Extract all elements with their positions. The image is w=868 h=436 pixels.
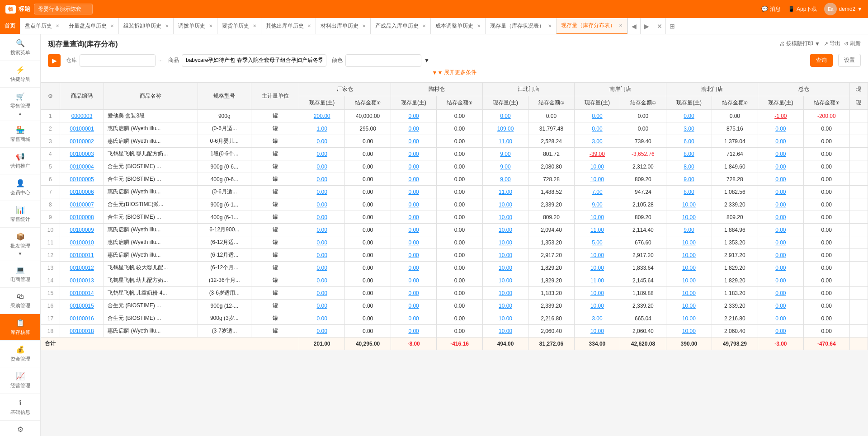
row-factory-qty[interactable]: 0.00 (299, 186, 345, 198)
row-nanan-qty[interactable]: -39.00 (575, 148, 620, 160)
tab-close-icon[interactable]: ✕ (548, 23, 552, 28)
row-factory-qty[interactable]: 0.00 (299, 312, 345, 325)
row-yubei-qty[interactable]: 8.00 (666, 160, 712, 173)
row-jiangbei-qty[interactable]: 11.00 (483, 135, 528, 148)
expand-conditions-btn[interactable]: ▼▼ 展开更多条件 (432, 69, 477, 76)
tab-portion-check[interactable]: 分量盘点单历史 ✕ (64, 18, 119, 34)
row-taocun-qty[interactable]: 0.00 (391, 325, 437, 338)
row-yubei-qty[interactable]: 6.00 (666, 135, 712, 148)
row-yubei-qty[interactable]: 9.00 (666, 173, 712, 186)
sidebar-item-member[interactable]: 👤 会员中心 (0, 174, 40, 201)
row-total-qty[interactable]: 0.00 (758, 198, 803, 211)
row-code[interactable]: 00100009 (60, 224, 104, 236)
row-factory-qty[interactable]: 0.00 (299, 262, 345, 274)
row-nanan-qty[interactable]: 11.00 (575, 274, 620, 287)
row-nanan-qty[interactable]: 3.00 (575, 135, 620, 148)
sidebar-item-marketing[interactable]: 📢 营销推广 (0, 148, 40, 174)
row-taocun-qty[interactable]: 0.00 (391, 224, 437, 236)
row-taocun-qty[interactable]: 0.00 (391, 262, 437, 274)
row-code[interactable]: 00100011 (60, 249, 104, 262)
row-taocun-qty[interactable]: 0.00 (391, 160, 437, 173)
sidebar-item-retail-stats[interactable]: 📊 零售统计 (0, 201, 40, 228)
store-selector[interactable]: 母婴行业演示陈套 (34, 4, 93, 14)
tab-close-icon[interactable]: ✕ (619, 23, 623, 28)
row-code[interactable]: 00100018 (60, 325, 104, 338)
row-factory-qty[interactable]: 0.00 (299, 300, 345, 312)
sidebar-item-ecommerce[interactable]: 💻 电商管理 (0, 261, 40, 288)
row-total-qty[interactable]: 0.00 (758, 325, 803, 338)
tab-stock-status[interactable]: 现存量（库存状况表） ✕ (486, 18, 557, 34)
row-total-qty[interactable]: 0.00 (758, 287, 803, 300)
tab-next-btn[interactable]: ▶ (640, 18, 653, 34)
sidebar-item-system[interactable]: ⚙ 系统管理 (0, 421, 40, 436)
row-yubei-qty[interactable]: 8.00 (666, 148, 712, 160)
row-jiangbei-qty[interactable]: 10.00 (483, 312, 528, 325)
row-jiangbei-qty[interactable]: 0.00 (483, 110, 528, 122)
sidebar-item-inventory[interactable]: 📋 库存核算 (0, 314, 40, 341)
row-code[interactable]: 00100015 (60, 300, 104, 312)
tab-expand-btn[interactable]: ⊞ (665, 18, 678, 34)
row-total-qty[interactable]: 0.00 (758, 211, 803, 224)
tab-close-icon[interactable]: ✕ (165, 23, 169, 28)
row-jiangbei-qty[interactable]: 9.00 (483, 148, 528, 160)
row-nanan-qty[interactable]: 10.00 (575, 249, 620, 262)
sidebar-item-purchase[interactable]: 🛍 采购管理 (0, 288, 40, 314)
query-btn[interactable]: 查询 (810, 54, 833, 67)
row-total-qty[interactable]: 0.00 (758, 312, 803, 325)
row-jiangbei-qty[interactable]: 10.00 (483, 249, 528, 262)
row-nanan-qty[interactable]: 0.00 (575, 122, 620, 135)
row-jiangbei-qty[interactable]: 11.00 (483, 186, 528, 198)
row-total-qty[interactable]: 0.00 (758, 186, 803, 198)
row-code[interactable]: 00100012 (60, 262, 104, 274)
row-code[interactable]: 00100008 (60, 211, 104, 224)
sidebar-item-retail[interactable]: 🛒 零售管理 ▲ (0, 88, 40, 121)
row-taocun-qty[interactable]: 0.00 (391, 110, 437, 122)
row-yubei-qty[interactable]: 10.00 (666, 198, 712, 211)
row-code[interactable]: 00100006 (60, 186, 104, 198)
row-jiangbei-qty[interactable]: 109.00 (483, 122, 528, 135)
row-factory-qty[interactable]: 0.00 (299, 236, 345, 249)
row-code[interactable]: 0000003 (60, 110, 104, 122)
export-btn[interactable]: ↗ 导出 (824, 40, 840, 47)
row-nanan-qty[interactable]: 7.00 (575, 186, 620, 198)
row-jiangbei-qty[interactable]: 9.00 (483, 160, 528, 173)
sidebar-item-finance[interactable]: 💰 资金管理 (0, 341, 40, 367)
settings-btn[interactable]: 设置 (838, 54, 861, 67)
row-nanan-qty[interactable]: 11.00 (575, 224, 620, 236)
col-settings[interactable]: ⚙ (41, 83, 60, 110)
row-factory-qty[interactable]: 0.00 (299, 135, 345, 148)
row-factory-qty[interactable]: 0.00 (299, 173, 345, 186)
row-yubei-qty[interactable]: 10.00 (666, 211, 712, 224)
color-dropdown-icon[interactable]: ▼ (424, 57, 429, 64)
table-scroll[interactable]: ⚙ 商品编码 商品名称 规格型号 主计量单位 厂家仓 陶村仓 江北门店 南岸门店… (41, 82, 868, 436)
row-factory-qty[interactable]: 0.00 (299, 198, 345, 211)
color-input[interactable] (345, 54, 421, 67)
row-nanan-qty[interactable]: 10.00 (575, 160, 620, 173)
row-code[interactable]: 00100016 (60, 312, 104, 325)
tab-material-out[interactable]: 材料出库单历史 ✕ (316, 18, 371, 34)
row-taocun-qty[interactable]: 0.00 (391, 135, 437, 148)
row-taocun-qty[interactable]: 0.00 (391, 249, 437, 262)
row-jiangbei-qty[interactable]: 10.00 (483, 262, 528, 274)
tab-product-in[interactable]: 产成品入库单历史 ✕ (371, 18, 431, 34)
sidebar-item-operation[interactable]: 📈 经营管理 (0, 367, 40, 394)
row-total-qty[interactable]: -1.00 (758, 110, 803, 122)
row-yubei-qty[interactable]: 10.00 (666, 262, 712, 274)
row-code[interactable]: 00100005 (60, 173, 104, 186)
row-code[interactable]: 00100004 (60, 160, 104, 173)
tab-close-icon[interactable]: ✕ (477, 23, 481, 28)
tab-close-all-btn[interactable]: ✕ (653, 18, 665, 34)
tab-close-icon[interactable]: ✕ (110, 23, 114, 28)
tab-close-icon[interactable]: ✕ (362, 23, 366, 28)
row-taocun-qty[interactable]: 0.00 (391, 148, 437, 160)
tab-close-icon[interactable]: ✕ (56, 23, 59, 28)
row-code[interactable]: 00100001 (60, 122, 104, 135)
row-code[interactable]: 00100002 (60, 135, 104, 148)
row-total-qty[interactable]: 0.00 (758, 300, 803, 312)
row-total-qty[interactable]: 0.00 (758, 224, 803, 236)
row-jiangbei-qty[interactable]: 10.00 (483, 198, 528, 211)
row-jiangbei-qty[interactable]: 10.00 (483, 287, 528, 300)
row-nanan-qty[interactable]: 10.00 (575, 300, 620, 312)
sidebar-item-search[interactable]: 🔍 搜索英单 (0, 34, 40, 61)
row-taocun-qty[interactable]: 0.00 (391, 274, 437, 287)
